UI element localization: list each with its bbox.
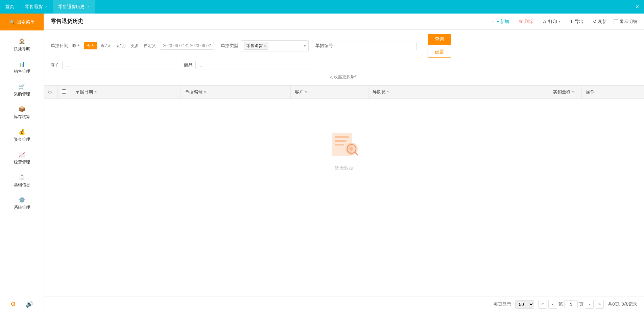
customer-select[interactable]: ...	[62, 61, 177, 69]
tab-retail-return-close[interactable]: ×	[45, 5, 47, 9]
doc-type-tag-value: 零售退货	[246, 43, 263, 49]
display-checkbox[interactable]	[614, 19, 618, 24]
content-area: 零售退货历史 ＋ + 新增 🗑 删除 🖨 打印 ▾ ⬆ 导出	[44, 14, 644, 312]
sidebar-item-finance[interactable]: 💰 资金管理	[0, 124, 44, 147]
goods-placeholder: ...	[198, 63, 202, 68]
sort-doc-date-icon: ⇅	[94, 90, 97, 94]
th-guide[interactable]: 导购员 ⇅	[368, 86, 462, 99]
new-label: + 新增	[497, 19, 509, 25]
export-icon: ⬆	[570, 19, 573, 24]
filter-area: 单据日期 昨天 今天 近7天 近1月 更多 自定义 2023-06-02 至 2…	[44, 30, 644, 86]
next-page-icon: ›	[589, 302, 590, 307]
page-size-select[interactable]: 50 10 20 100	[515, 300, 534, 309]
date-btn-yesterday[interactable]: 昨天	[71, 42, 82, 49]
collapse-button[interactable]: △ 收起更多条件	[326, 73, 362, 81]
th-actual-amount-label: 实销金额	[553, 89, 571, 95]
prev-page-button[interactable]: ‹	[548, 300, 557, 309]
table-footer: 每页显示 50 10 20 100 « ‹ 第 页 ›	[44, 296, 644, 312]
th-settings[interactable]: ⚙	[44, 86, 57, 99]
goods-select[interactable]: ...	[195, 61, 310, 69]
tab-home[interactable]: 首页	[0, 0, 20, 14]
search-menu-button[interactable]: 🔍 搜索菜单	[0, 14, 44, 30]
date-btn-custom[interactable]: 自定义	[142, 42, 157, 49]
doc-type-select[interactable]: 零售退货 × ▾	[241, 40, 309, 51]
delete-icon: 🗑	[519, 19, 523, 24]
sidebar-item-sys-mgmt[interactable]: ⚙️ 系统管理	[0, 192, 44, 215]
table-settings-icon[interactable]: ⚙	[48, 90, 52, 95]
sidebar-item-purchase-mgmt[interactable]: 🛒 采购管理	[0, 79, 44, 101]
doc-number-label: 单据编号	[315, 43, 333, 49]
th-actions-label: 操作	[586, 89, 595, 94]
doc-number-input[interactable]	[336, 42, 417, 50]
set-button[interactable]: 设置	[428, 47, 451, 58]
last-page-button[interactable]: »	[595, 300, 604, 309]
date-btn-more[interactable]: 更多	[129, 42, 140, 49]
sidebar-item-sales-mgmt[interactable]: 📊 销售管理	[0, 56, 44, 79]
tab-retail-return-history-close[interactable]: ×	[87, 5, 89, 9]
sort-actual-amount-icon: ⇅	[572, 90, 575, 94]
sidebar-item-inventory[interactable]: 📦 库存核算	[0, 101, 44, 124]
print-button[interactable]: 🖨 打印 ▾	[540, 17, 563, 26]
print-chevron-icon: ▾	[558, 20, 560, 23]
tab-retail-return[interactable]: 零售退货 ×	[20, 0, 53, 14]
settings-icon[interactable]: ⚙	[10, 300, 16, 308]
date-btn-1month[interactable]: 近1月	[115, 42, 128, 49]
date-btn-today[interactable]: 今天	[84, 42, 97, 49]
th-actions: 操作	[582, 86, 644, 99]
main-layout: 🔍 搜索菜单 🏠 快捷导航 📊 销售管理 🛒 采购管理 📦 库存核算 💰	[0, 14, 644, 312]
tab-list: 首页 零售退货 × 零售退货历史 ×	[0, 0, 630, 14]
finance-icon: 💰	[18, 128, 26, 135]
th-doc-date[interactable]: 单据日期 ⇅	[71, 86, 181, 99]
th-doc-number[interactable]: 单据编号 ⇅	[181, 86, 291, 99]
inventory-icon: 📦	[18, 105, 26, 113]
first-page-button[interactable]: «	[538, 300, 547, 309]
customer-placeholder: ...	[65, 63, 69, 68]
page-label: 第	[558, 301, 563, 307]
th-checkbox[interactable]	[57, 86, 71, 99]
sidebar-item-basic-info[interactable]: 📋 基础信息	[0, 169, 44, 192]
th-customer[interactable]: 客户 ⇅	[291, 86, 368, 99]
export-label: 导出	[575, 19, 583, 25]
th-customer-label: 客户	[295, 89, 304, 95]
next-page-button[interactable]: ›	[585, 300, 594, 309]
display-toggle[interactable]: 显示明细	[614, 19, 637, 25]
display-toggle-label: 显示明细	[620, 19, 637, 25]
select-all-checkbox[interactable]	[62, 89, 66, 94]
speaker-icon[interactable]: 🔊	[26, 300, 33, 308]
doc-type-tag-close[interactable]: ×	[264, 44, 266, 48]
export-button[interactable]: ⬆ 导出	[567, 17, 586, 26]
refresh-button[interactable]: ↺ 刷新	[590, 17, 610, 26]
delete-button[interactable]: 🗑 删除	[516, 17, 536, 26]
pagination-buttons: « ‹ 第 页 › »	[538, 300, 604, 309]
customer-label: 客户	[51, 62, 59, 68]
th-guide-label: 导购员	[373, 89, 386, 95]
tab-retail-return-history[interactable]: 零售退货历史 ×	[53, 0, 95, 14]
tab-retail-return-label: 零售退货	[25, 4, 43, 10]
query-button[interactable]: 查询	[428, 34, 451, 45]
collapse-up-icon: △	[330, 75, 333, 80]
sidebar-nav: 🏠 快捷导航 📊 销售管理 🛒 采购管理 📦 库存核算 💰 资金管理 📈	[0, 30, 44, 296]
customer-filter: 客户 ...	[51, 61, 177, 69]
sidebar-item-sys-mgmt-label: 系统管理	[14, 205, 30, 210]
svg-rect-1	[335, 136, 349, 138]
sidebar-item-operations[interactable]: 📈 经营管理	[0, 147, 44, 169]
window-close-button[interactable]: ×	[630, 0, 644, 14]
sidebar-item-sales-label: 销售管理	[14, 69, 30, 74]
sidebar-bottom: ⚙ 🔊	[0, 296, 44, 312]
date-btn-7days[interactable]: 近7天	[99, 42, 113, 49]
sys-mgmt-icon: ⚙️	[18, 196, 26, 203]
page-label2: 页	[579, 301, 583, 307]
new-button[interactable]: ＋ + 新增	[488, 17, 512, 26]
total-records: 共0页, 0条记录	[608, 301, 637, 307]
current-page-input[interactable]	[564, 300, 578, 308]
filter-row-1: 单据日期 昨天 今天 近7天 近1月 更多 自定义 2023-06-02 至 2…	[51, 34, 637, 58]
date-range-display[interactable]: 2023-06-02 至 2023-06-02	[160, 42, 214, 50]
th-actual-amount[interactable]: 实销金额 ⇅	[462, 86, 582, 99]
collapse-label: 收起更多条件	[334, 74, 358, 80]
th-doc-date-label: 单据日期	[75, 89, 93, 95]
sidebar-item-quick-nav[interactable]: 🏠 快捷导航	[0, 33, 44, 56]
table-header-row: ⚙ 单据日期 ⇅ 单据编号	[44, 86, 644, 99]
empty-text: 暂无数据	[335, 165, 354, 171]
sidebar-item-operations-label: 经营管理	[14, 159, 30, 165]
doc-number-filter: 单据编号	[315, 42, 417, 50]
